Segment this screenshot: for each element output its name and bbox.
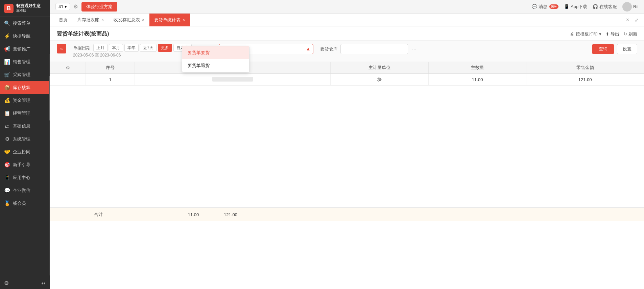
footer-qty: 11.00 bbox=[176, 212, 210, 217]
trial-button[interactable]: 体验行业方案 bbox=[81, 2, 117, 12]
dropdown-item-requisition-order[interactable]: 要货单要货 bbox=[182, 46, 249, 59]
headset-icon: 🎧 bbox=[593, 4, 598, 9]
row-settings-cell bbox=[50, 74, 86, 86]
refresh-button[interactable]: ↻ 刷新 bbox=[623, 31, 637, 37]
main-content: 41 ▾ ⚙ 体验行业方案 💬 消息 99+ 📱 App下载 🎧 在线客服 bbox=[50, 0, 644, 289]
table-row: 1 块 11.00 121.00 bbox=[50, 74, 644, 86]
table-footer: 合计 11.00 121.00 bbox=[50, 207, 644, 221]
export-icon: ⬆ bbox=[605, 31, 609, 37]
enterprise-name: 41 bbox=[58, 4, 63, 9]
sidebar-item-sales[interactable]: 📊 销售管理 bbox=[0, 55, 50, 68]
operations-icon: 📋 bbox=[4, 110, 10, 116]
settings-icon[interactable]: ⚙ bbox=[4, 280, 9, 286]
filter-toggle-btn[interactable]: » bbox=[57, 44, 66, 53]
tab-close-icon[interactable]: × bbox=[183, 18, 185, 22]
this-month-btn[interactable]: 本月 bbox=[109, 44, 123, 52]
tab-receivables-summary[interactable]: 收发存汇总表 × bbox=[109, 14, 149, 26]
app-version: 标准版 bbox=[16, 8, 41, 13]
more-dates-btn[interactable]: 更多 bbox=[158, 44, 172, 52]
sidebar-item-quick-nav[interactable]: ⚡ 快捷导航 bbox=[0, 30, 50, 43]
sidebar-item-label: 经营管理 bbox=[13, 110, 30, 116]
sales-icon: 📊 bbox=[4, 59, 10, 65]
sidebar-item-label: 销售管理 bbox=[13, 59, 30, 65]
tab-inventory-batch[interactable]: 库存批次账 × bbox=[73, 14, 109, 26]
print-icon: 🖨 bbox=[570, 31, 574, 37]
last-month-btn[interactable]: 上月 bbox=[93, 44, 108, 52]
col-header-settings[interactable]: ⚙ bbox=[50, 62, 86, 74]
chevron-down-icon: ▾ bbox=[65, 4, 67, 9]
finance-icon: 💰 bbox=[4, 97, 10, 104]
table-header-row: ⚙ 序号 商品 主计量单位 主数量 零售金额 bbox=[50, 62, 644, 74]
app-center-icon: 📱 bbox=[4, 175, 10, 181]
sidebar-item-marketing[interactable]: 📢 营销推广 bbox=[0, 43, 50, 55]
members-icon: 🏅 bbox=[4, 200, 10, 206]
tab-requisition-stats[interactable]: 要货单统计表 × bbox=[149, 14, 190, 26]
close-all-tabs-icon[interactable]: × bbox=[623, 17, 632, 23]
col-header-unit: 主计量单位 bbox=[331, 62, 429, 74]
sidebar-item-new-guide[interactable]: 🎯 新手引导 bbox=[0, 158, 50, 171]
query-button[interactable]: 查询 bbox=[592, 44, 614, 54]
table-settings-icon[interactable]: ⚙ bbox=[66, 65, 70, 70]
settings-gear-icon[interactable]: ⚙ bbox=[73, 3, 78, 10]
sidebar-item-members[interactable]: 🏅 畅会员 bbox=[0, 197, 50, 210]
sidebar-item-finance[interactable]: 💰 资金管理 bbox=[0, 94, 50, 107]
basic-info-icon: 🗂 bbox=[4, 124, 10, 129]
sidebar-item-enterprise-collab[interactable]: 🤝 企业协同 bbox=[0, 146, 50, 158]
message-icon: 💬 bbox=[532, 4, 537, 9]
type-chevron-up-icon: ▲ bbox=[306, 46, 311, 51]
dropdown-item-label: 要货单退货 bbox=[188, 63, 210, 68]
filter-more-icon[interactable]: ··· bbox=[411, 46, 418, 52]
sidebar-item-label: 系统管理 bbox=[13, 136, 30, 142]
enterprise-collab-icon: 🤝 bbox=[4, 149, 10, 155]
collapse-icon[interactable]: ⏮ bbox=[41, 280, 46, 286]
sidebar-item-app-center[interactable]: 📱 应用中心 bbox=[0, 171, 50, 184]
sidebar-item-label: 应用中心 bbox=[13, 175, 30, 181]
footer-total-label: 合计 bbox=[94, 212, 103, 217]
print-button[interactable]: 🖨 按模板打印 ▾ bbox=[570, 31, 601, 37]
date-filter-label: 单据日期 bbox=[73, 45, 91, 51]
app-download-group[interactable]: 📱 App下载 bbox=[564, 4, 587, 10]
sidebar-item-search[interactable]: 🔍 搜索菜单 bbox=[0, 17, 50, 30]
tab-home[interactable]: 首页 bbox=[54, 14, 73, 26]
refresh-label: 刷新 bbox=[628, 31, 637, 37]
messages-group[interactable]: 💬 消息 99+ bbox=[532, 4, 558, 10]
this-year-btn[interactable]: 本年 bbox=[124, 44, 139, 52]
col-header-amount: 零售金额 bbox=[526, 62, 644, 74]
footer-amount: 121.00 bbox=[210, 212, 251, 217]
sidebar-item-label: 采购管理 bbox=[13, 72, 30, 78]
app-logo: B 畅捷通好生意 标准版 bbox=[0, 0, 50, 17]
export-button[interactable]: ⬆ 导出 bbox=[605, 31, 619, 37]
sidebar-item-purchase[interactable]: 🛒 采购管理 bbox=[0, 68, 50, 81]
page-header: 要货单统计表(按商品) 🖨 按模板打印 ▾ ⬆ 导出 ↻ 刷新 bbox=[50, 26, 644, 41]
tab-close-icon[interactable]: × bbox=[101, 18, 104, 22]
expand-tabs-icon[interactable]: ⤢ bbox=[633, 17, 640, 23]
sidebar-item-system[interactable]: ⚙ 系统管理 bbox=[0, 133, 50, 146]
search-icon: 🔍 bbox=[4, 20, 10, 26]
type-dropdown: 要货单要货 要货单退货 bbox=[182, 46, 249, 72]
tab-label: 库存批次账 bbox=[77, 17, 99, 23]
user-avatar-group[interactable]: Rit bbox=[622, 2, 639, 12]
last-7-days-btn[interactable]: 近7天 bbox=[140, 44, 157, 52]
sidebar-item-enterprise-wechat[interactable]: 💬 企业微信 bbox=[0, 184, 50, 197]
sidebar-item-label: 搜索菜单 bbox=[13, 20, 30, 26]
warehouse-filter-label: 要货仓库 bbox=[320, 46, 338, 52]
warehouse-filter-input[interactable] bbox=[340, 44, 408, 54]
dropdown-item-requisition-return[interactable]: 要货单退货 bbox=[182, 59, 249, 72]
sidebar-item-label: 新手引导 bbox=[13, 162, 30, 168]
purchase-icon: 🛒 bbox=[4, 72, 10, 78]
filter-settings-button[interactable]: 设置 bbox=[617, 44, 637, 54]
empty-space bbox=[50, 86, 644, 207]
data-table-container: ⚙ 序号 商品 主计量单位 主数量 零售金额 1 bbox=[50, 62, 644, 86]
tab-close-icon[interactable]: × bbox=[142, 18, 144, 22]
col-header-qty: 主数量 bbox=[428, 62, 526, 74]
sidebar-item-operations[interactable]: 📋 经营管理 bbox=[0, 107, 50, 120]
refresh-icon: ↻ bbox=[623, 31, 627, 37]
sidebar-item-inventory[interactable]: 📦 库存核算 bbox=[0, 81, 50, 94]
online-service-group[interactable]: 🎧 在线客服 bbox=[593, 4, 617, 10]
online-service-label: 在线客服 bbox=[599, 4, 617, 10]
enterprise-select[interactable]: 41 ▾ bbox=[55, 3, 70, 10]
sidebar-item-basic-info[interactable]: 🗂 基础信息 bbox=[0, 120, 50, 133]
page-actions: 🖨 按模板打印 ▾ ⬆ 导出 ↻ 刷新 bbox=[570, 31, 637, 37]
print-label: 按模板打印 bbox=[576, 31, 598, 37]
topbar-right: 💬 消息 99+ 📱 App下载 🎧 在线客服 Rit bbox=[532, 2, 639, 12]
